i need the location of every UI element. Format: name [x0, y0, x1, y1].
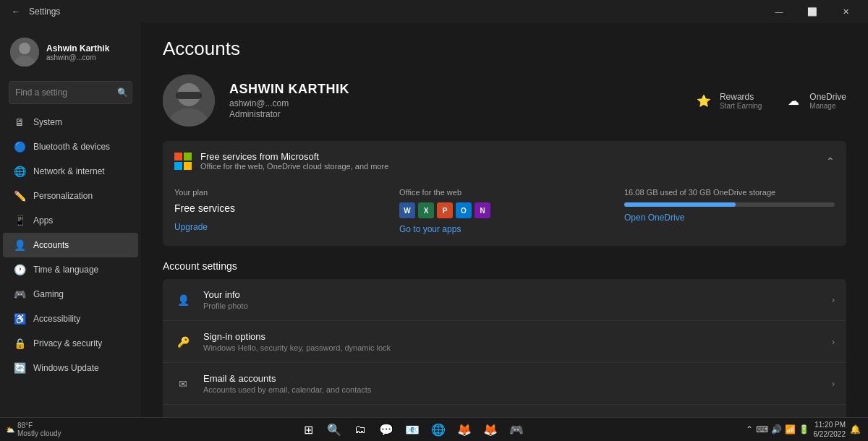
office-icons: W X P O N [399, 202, 610, 218]
sidebar-item-privacy[interactable]: 🔒 Privacy & security [3, 331, 138, 356]
sidebar-item-label-system: System [33, 117, 62, 127]
taskview-button[interactable]: 🗂 [349, 418, 372, 441]
settings-item-signin-options[interactable]: 🔑 Sign-in options Windows Hello, securit… [163, 321, 846, 363]
search-taskbar-button[interactable]: 🔍 [323, 418, 346, 441]
weather-info: 88°F Mostly cloudy [17, 421, 61, 437]
volume-icon[interactable]: 🔊 [771, 424, 782, 434]
sidebar-user-profile[interactable]: Ashwin Karthik ashwin@...com [0, 29, 141, 78]
search-input[interactable] [9, 81, 132, 104]
taskbar-time[interactable]: 11:20 PM 6/22/2022 [814, 420, 846, 439]
page-title: Accounts [163, 38, 846, 60]
profile-avatar [163, 74, 215, 127]
profile-role: Administrator [229, 109, 679, 119]
clock-time: 11:20 PM [814, 420, 846, 429]
search-icon: 🔍 [117, 87, 128, 98]
services-body: Your plan Free services Upgrade Office f… [163, 181, 846, 246]
go-to-apps-link[interactable]: Go to your apps [399, 224, 610, 234]
gaming-taskbar-icon[interactable]: 🎮 [505, 418, 528, 441]
edge-icon[interactable]: 🌐 [427, 418, 450, 441]
network-icon[interactable]: 📶 [785, 424, 796, 434]
services-subtitle: Office for the web, OneDrive cloud stora… [200, 162, 388, 171]
outlook-icon: O [456, 202, 472, 218]
system-tray: ⌃ ⌨ 🔊 📶 🔋 [746, 424, 809, 434]
services-header-text: Free services from Microsoft Office for … [200, 151, 388, 171]
title-bar-left: ← Settings [9, 4, 60, 19]
firefox2-icon[interactable]: 🦊 [479, 418, 502, 441]
mail-icon[interactable]: 📧 [401, 418, 424, 441]
sidebar-item-network[interactable]: 🌐 Network & internet [3, 159, 138, 184]
network-nav-icon: 🌐 [13, 165, 26, 178]
services-header-left: Free services from Microsoft Office for … [174, 151, 388, 171]
sidebar-item-apps[interactable]: 📱 Apps [3, 208, 138, 233]
email-accounts-desc: Accounts used by email, calendar, and co… [203, 385, 820, 394]
weather-condition: Mostly cloudy [17, 429, 61, 437]
services-collapse-button[interactable]: ⌃ [826, 155, 835, 167]
email-accounts-icon: ✉ [174, 375, 192, 393]
weather-temp: 88°F [17, 421, 61, 429]
sidebar: Ashwin Karthik ashwin@...com 🔍 🖥 System … [0, 23, 141, 417]
rewards-sublabel: Start Earning [720, 102, 762, 110]
sidebar-item-label-network: Network & internet [33, 166, 105, 176]
sidebar-item-label-bluetooth: Bluetooth & devices [33, 142, 110, 152]
taskbar-right: ⌃ ⌨ 🔊 📶 🔋 11:20 PM 6/22/2022 🔔 [739, 420, 869, 439]
title-bar-title: Settings [29, 7, 60, 17]
settings-item-your-info[interactable]: 👤 Your info Profile photo › [163, 279, 846, 321]
settings-item-email-accounts[interactable]: ✉ Email & accounts Accounts used by emai… [163, 363, 846, 405]
open-onedrive-link[interactable]: Open OneDrive [624, 213, 835, 223]
personalization-nav-icon: ✏️ [13, 189, 26, 202]
sidebar-item-accessibility[interactable]: ♿ Accessibility [3, 307, 138, 331]
notification-icon[interactable]: 🔔 [850, 424, 861, 434]
firefox-icon[interactable]: 🦊 [453, 418, 476, 441]
plan-column: Your plan Free services Upgrade [174, 188, 385, 234]
onedrive-label: OneDrive [809, 92, 846, 102]
settings-item-family[interactable]: ❤ Family Manage your family group, edit … [163, 405, 846, 417]
sidebar-item-label-accounts: Accounts [33, 240, 69, 250]
sidebar-item-system[interactable]: 🖥 System [3, 110, 138, 134]
back-button[interactable]: ← [9, 4, 23, 19]
profile-actions: ⭐ Rewards Start Earning ☁ OneDrive Manag… [694, 90, 846, 111]
rewards-text: Rewards Start Earning [720, 92, 762, 110]
storage-bar-background [624, 202, 835, 207]
profile-email: ashwin@...com [229, 98, 679, 108]
start-button[interactable]: ⊞ [297, 418, 320, 441]
rewards-icon: ⭐ [694, 90, 714, 111]
email-accounts-arrow-icon: › [832, 379, 835, 389]
svg-point-1 [19, 43, 30, 54]
onenote-icon: N [475, 202, 490, 218]
title-bar: ← Settings — ⬜ ✕ [0, 0, 868, 23]
sidebar-item-accounts[interactable]: 👤 Accounts [3, 233, 138, 257]
battery-icon[interactable]: 🔋 [799, 424, 809, 434]
settings-list: 👤 Your info Profile photo › 🔑 Sign-in op… [163, 279, 846, 417]
sidebar-item-label-privacy: Privacy & security [33, 338, 102, 348]
storage-info: 16.08 GB used of 30 GB OneDrive storage [624, 188, 835, 197]
restore-button[interactable]: ⬜ [796, 0, 829, 23]
sidebar-item-personalization[interactable]: ✏️ Personalization [3, 184, 138, 208]
upgrade-link[interactable]: Upgrade [174, 222, 208, 232]
sidebar-item-label-apps: Apps [33, 215, 53, 226]
signin-options-title: Sign-in options [203, 331, 820, 342]
sidebar-item-bluetooth[interactable]: 🔵 Bluetooth & devices [3, 134, 138, 159]
onedrive-action[interactable]: ☁ OneDrive Manage [783, 90, 846, 111]
your-info-desc: Profile photo [203, 301, 820, 310]
storage-column: 16.08 GB used of 30 GB OneDrive storage … [624, 188, 835, 234]
minimize-button[interactable]: — [762, 0, 796, 23]
rewards-action[interactable]: ⭐ Rewards Start Earning [694, 90, 762, 111]
app-container: Ashwin Karthik ashwin@...com 🔍 🖥 System … [0, 23, 868, 417]
sidebar-item-time[interactable]: 🕐 Time & language [3, 257, 138, 282]
signin-options-arrow-icon: › [832, 337, 835, 347]
your-info-arrow-icon: › [832, 295, 835, 305]
sidebar-user-info: Ashwin Karthik ashwin@...com [46, 43, 131, 61]
your-info-icon: 👤 [174, 291, 192, 309]
plan-name: Free services [174, 202, 385, 214]
sidebar-item-gaming[interactable]: 🎮 Gaming [3, 282, 138, 307]
main-content: Accounts ASHWIN KARTHIK ashwin@...com Ad… [141, 23, 868, 417]
signin-options-icon: 🔑 [174, 333, 192, 351]
signin-options-text: Sign-in options Windows Hello, security … [203, 331, 820, 352]
email-accounts-title: Email & accounts [203, 373, 820, 384]
teams-icon[interactable]: 💬 [375, 418, 398, 441]
close-button[interactable]: ✕ [829, 0, 862, 23]
sidebar-item-update[interactable]: 🔄 Windows Update [3, 356, 138, 380]
storage-bar-fill [624, 202, 736, 207]
tray-up-icon[interactable]: ⌃ [746, 424, 753, 434]
privacy-nav-icon: 🔒 [13, 337, 26, 350]
